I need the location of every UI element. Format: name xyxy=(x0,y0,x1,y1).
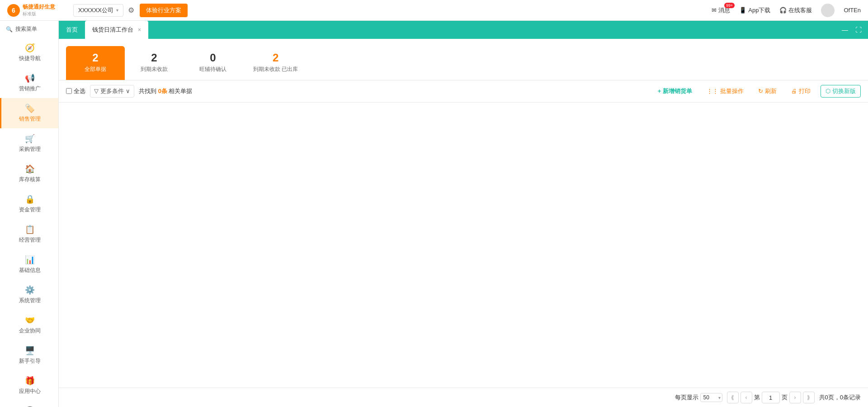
stat-count-overdue: 2 xyxy=(136,51,173,65)
sidebar-item-finance[interactable]: 🔒 资金管理 xyxy=(0,189,58,219)
sidebar-label-cooperation: 企业协同 xyxy=(19,327,41,335)
tab-active[interactable]: 钱货日清工作台 × xyxy=(85,21,148,39)
page-input[interactable] xyxy=(762,392,780,403)
stat-label-overdue: 到期未收款 xyxy=(136,65,173,73)
sidebar-label-purchase: 采购管理 xyxy=(19,145,41,153)
sidebar-item-wechat[interactable]: 💬 企业微信 xyxy=(0,401,58,407)
basic-icon: 📊 xyxy=(25,255,35,265)
per-page-select[interactable]: 50 100 200 xyxy=(700,393,722,402)
stat-card-all[interactable]: 2 全部单据 xyxy=(66,46,125,80)
sidebar-label-quick-nav: 快捷导航 xyxy=(19,55,41,62)
page-size-select: 每页显示 50 100 200 xyxy=(675,393,722,402)
sales-icon: 🏷️ xyxy=(25,103,35,113)
sidebar-item-guide[interactable]: 🖥️ 新手引导 xyxy=(0,340,58,370)
switch-label: 切换新版 xyxy=(832,87,856,95)
per-page-wrapper: 50 100 200 xyxy=(700,393,722,402)
select-all-checkbox[interactable]: 全选 xyxy=(66,87,85,95)
stat-count-pending: 0 xyxy=(194,51,231,65)
settings-icon[interactable]: ⚙ xyxy=(128,6,134,14)
tab-active-label: 钱货日清工作台 xyxy=(92,26,133,34)
compass-icon: 🧭 xyxy=(25,43,35,53)
print-label: 打印 xyxy=(799,87,811,95)
message-icon: ✉ xyxy=(712,7,717,14)
top-header: 6 畅捷通好生意 标准版 XXXXXX公司 ▾ ⚙ 体验行业方案 ✉ 消息 99… xyxy=(0,0,868,21)
company-dropdown-icon: ▾ xyxy=(116,8,118,13)
operations-icon: 📋 xyxy=(25,225,35,234)
logo-line2: 标准版 xyxy=(23,11,55,17)
system-icon: ⚙️ xyxy=(25,285,35,295)
result-suffix: 相关单据 xyxy=(169,88,192,94)
result-text: 共找到 0条 相关单据 xyxy=(139,87,192,95)
username: OfTEn xyxy=(844,7,861,14)
first-page-button[interactable]: ⟪ xyxy=(727,392,739,403)
stat-label-all: 全部单据 xyxy=(77,65,114,73)
sidebar-label-guide: 新手引导 xyxy=(19,357,41,365)
sidebar-label-operations: 经营管理 xyxy=(19,236,41,244)
stat-card-pending[interactable]: 0 旺辅待确认 xyxy=(184,46,242,80)
filter-icon: ▽ xyxy=(94,88,99,94)
finance-icon: 🔒 xyxy=(25,194,35,204)
switch-version-button[interactable]: ⬡ 切换新版 xyxy=(821,85,861,98)
print-icon: 🖨 xyxy=(791,88,797,94)
sidebar-label-marketing: 营销推广 xyxy=(19,85,41,93)
batch-button[interactable]: ⋮⋮ 批量操作 xyxy=(702,85,748,98)
total-info: 共0页，0条记录 xyxy=(819,393,861,402)
last-page-button[interactable]: ⟫ xyxy=(803,392,815,403)
stat-card-overdue[interactable]: 2 到期未收款 xyxy=(125,46,184,80)
print-button[interactable]: 🖨 打印 xyxy=(787,85,815,98)
tab-close-icon[interactable]: × xyxy=(138,27,141,33)
app-download-item[interactable]: 📱 App下载 xyxy=(739,6,770,14)
logo-area: 6 畅捷通好生意 标准版 xyxy=(7,3,66,17)
sidebar-item-appstore[interactable]: 🎁 应用中心 xyxy=(0,370,58,401)
add-button[interactable]: + 新增销货单 xyxy=(653,85,697,98)
cooperation-icon: 🤝 xyxy=(25,315,35,325)
sidebar-item-operations[interactable]: 📋 经营管理 xyxy=(0,219,58,249)
tab-minimize-icon[interactable]: — xyxy=(840,24,850,35)
appstore-icon: 🎁 xyxy=(25,376,35,386)
next-page-button[interactable]: › xyxy=(789,392,801,403)
layout: 🔍 搜索菜单 🧭 快捷导航 📢 营销推广 🏷️ 销售管理 🛒 采购管理 🏠 库存… xyxy=(0,21,868,407)
notification-item[interactable]: ✉ 消息 99+ xyxy=(712,6,730,14)
company-name: XXXXXX公司 xyxy=(78,6,113,14)
sidebar-label-sales: 销售管理 xyxy=(19,115,41,123)
sidebar-item-system[interactable]: ⚙️ 系统管理 xyxy=(0,280,58,310)
sidebar: 🔍 搜索菜单 🧭 快捷导航 📢 营销推广 🏷️ 销售管理 🛒 采购管理 🏠 库存… xyxy=(0,21,59,407)
refresh-button[interactable]: ↻ 刷新 xyxy=(754,85,781,98)
filter-chevron-icon: ∨ xyxy=(126,88,130,94)
stat-count-shipped: 2 xyxy=(253,51,298,65)
search-icon: 🔍 xyxy=(6,26,13,33)
company-selector[interactable]: XXXXXX公司 ▾ xyxy=(73,4,123,17)
sidebar-item-marketing[interactable]: 📢 营销推广 xyxy=(0,68,58,98)
filter-label: 更多条件 xyxy=(100,87,124,95)
trial-button[interactable]: 体验行业方案 xyxy=(140,4,188,17)
sidebar-item-basic[interactable]: 📊 基础信息 xyxy=(0,249,58,280)
avatar[interactable] xyxy=(821,4,835,17)
purchase-icon: 🛒 xyxy=(25,134,35,144)
sidebar-label-basic: 基础信息 xyxy=(19,267,41,274)
stats-row: 2 全部单据 2 到期未收款 0 旺辅待确认 2 到期未收款 已出库 xyxy=(59,39,868,80)
result-count: 0条 xyxy=(158,88,167,94)
table-area xyxy=(59,103,868,388)
sidebar-item-inventory[interactable]: 🏠 库存核算 xyxy=(0,159,58,189)
checkbox-input[interactable] xyxy=(66,88,72,94)
add-btn-label: + 新增销货单 xyxy=(658,87,692,95)
stat-card-shipped[interactable]: 2 到期未收款 已出库 xyxy=(242,46,309,80)
sidebar-item-quick-nav[interactable]: 🧭 快捷导航 xyxy=(0,37,58,68)
page-nav: ⟪ ‹ 第 页 › ⟫ xyxy=(727,392,815,403)
refresh-icon: ↻ xyxy=(758,88,763,94)
sidebar-search-label: 搜索菜单 xyxy=(15,25,37,33)
page-suffix: 页 xyxy=(782,393,788,402)
online-service-item[interactable]: 🎧 在线客服 xyxy=(779,6,812,14)
tab-home[interactable]: 首页 xyxy=(59,21,85,39)
sidebar-item-sales[interactable]: 🏷️ 销售管理 xyxy=(0,98,58,128)
tab-expand-icon[interactable]: ⛶ xyxy=(854,24,863,35)
per-page-label: 每页显示 xyxy=(675,393,698,402)
prev-page-button[interactable]: ‹ xyxy=(741,392,752,403)
phone-icon: 📱 xyxy=(739,7,746,14)
sidebar-search[interactable]: 🔍 搜索菜单 xyxy=(0,21,58,37)
filter-button[interactable]: ▽ 更多条件 ∨ xyxy=(90,85,134,98)
sidebar-item-cooperation[interactable]: 🤝 企业协同 xyxy=(0,310,58,340)
sidebar-item-purchase[interactable]: 🛒 采购管理 xyxy=(0,128,58,159)
sidebar-label-finance: 资金管理 xyxy=(19,206,41,214)
inventory-icon: 🏠 xyxy=(25,164,35,174)
